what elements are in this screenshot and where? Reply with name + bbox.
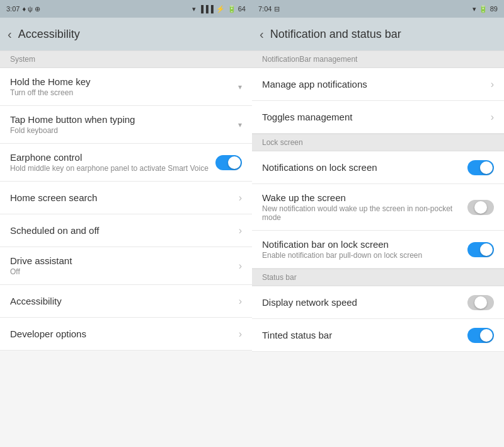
left-page-title: Accessibility [18, 28, 80, 41]
network-speed-knob [474, 296, 487, 309]
developer-chevron: › [239, 328, 242, 340]
right-wifi-icon: ▾ [472, 5, 476, 13]
tinted-status-text: Tinted status bar [262, 330, 467, 340]
drive-chevron: › [239, 260, 242, 272]
drive-text: Drive assistant Off [10, 255, 239, 276]
right-scroll: NotificationBar management Manage app no… [252, 50, 504, 447]
toggles-text: Toggles management [262, 112, 491, 122]
left-time: 3:07 [6, 5, 20, 13]
list-item-network-speed[interactable]: Display network speed [252, 286, 504, 319]
earphone-toggle[interactable] [215, 155, 242, 170]
left-back-button[interactable]: ‹ [8, 27, 12, 42]
accessibility-text: Accessibility [10, 296, 239, 306]
left-signal-icon: ▐▐▐ [198, 5, 213, 13]
notif-bar-lock-text: Notification bar on lock screen Enable n… [262, 239, 467, 260]
left-scroll: System Hold the Home key Turn off the sc… [0, 50, 252, 447]
manage-notifs-text: Manage app notifications [262, 79, 491, 90]
wake-up-toggle[interactable] [467, 200, 494, 215]
left-panel: 3:07 ♦ ψ ⊕ ▾ ▐▐▐ ⚡ 🔋 64 ‹ Accessibility … [0, 0, 252, 447]
home-search-chevron: › [239, 192, 242, 204]
right-top-bar: ‹ Notification and status bar [252, 18, 504, 50]
left-status-right: ▾ ▐▐▐ ⚡ 🔋 64 [192, 5, 246, 13]
scheduled-text: Scheduled on and off [10, 225, 239, 236]
tinted-status-toggle[interactable] [467, 328, 494, 343]
notifs-lock-text: Notifications on lock screen [262, 162, 467, 173]
earphone-text: Earphone control Hold middle key on earp… [10, 152, 215, 173]
right-status-left: 7:04 ⊟ [258, 5, 280, 13]
right-panel: 7:04 ⊟ ▾ 🔋 89 ‹ Notification and status … [252, 0, 504, 447]
toggles-chevron: › [491, 112, 494, 123]
right-status-icon: ⊟ [274, 5, 280, 13]
left-status-bar: 3:07 ♦ ψ ⊕ ▾ ▐▐▐ ⚡ 🔋 64 [0, 0, 252, 18]
list-item-notifs-lock[interactable]: Notifications on lock screen [252, 151, 504, 184]
notifs-lock-knob [480, 161, 493, 174]
list-item-hold-home-key[interactable]: Hold the Home key Turn off the screen ▾ [0, 68, 252, 106]
wake-up-text: Wake up the screen New notification woul… [262, 192, 467, 222]
list-item-tap-home[interactable]: Tap Home button when typing Fold keyboar… [0, 106, 252, 144]
left-system-header: System [0, 50, 252, 68]
list-item-drive[interactable]: Drive assistant Off › [0, 247, 252, 285]
left-wifi-icon: ▾ [192, 5, 196, 13]
list-item-developer[interactable]: Developer options › [0, 318, 252, 351]
right-status-right: ▾ 🔋 89 [472, 5, 498, 13]
list-item-tinted-status[interactable]: Tinted status bar [252, 319, 504, 352]
list-item-scheduled[interactable]: Scheduled on and off › [0, 214, 252, 247]
notifs-lock-toggle[interactable] [467, 160, 494, 175]
list-item-notif-bar-lock[interactable]: Notification bar on lock screen Enable n… [252, 231, 504, 269]
manage-notifs-chevron: › [491, 79, 494, 90]
right-status-section-header: Status bar [252, 269, 504, 286]
tap-home-arrow: ▾ [238, 120, 242, 129]
list-item-toggles[interactable]: Toggles management › [252, 101, 504, 134]
developer-text: Developer options [10, 328, 239, 339]
notif-bar-lock-knob [480, 243, 493, 256]
hold-home-key-arrow: ▾ [238, 83, 242, 91]
tap-home-text: Tap Home button when typing Fold keyboar… [10, 114, 238, 135]
right-battery: 89 [490, 5, 498, 13]
left-top-bar: ‹ Accessibility [0, 18, 252, 50]
right-notif-header: NotificationBar management [252, 50, 504, 68]
left-charge-icon: ⚡ [216, 5, 225, 13]
home-search-text: Home screen search [10, 192, 239, 203]
list-item-manage-notifs[interactable]: Manage app notifications › [252, 68, 504, 101]
list-item-home-search[interactable]: Home screen search › [0, 182, 252, 214]
right-time: 7:04 [258, 5, 272, 13]
right-status-bar: 7:04 ⊟ ▾ 🔋 89 [252, 0, 504, 18]
right-lock-header: Lock screen [252, 134, 504, 151]
right-battery-icon: 🔋 [479, 5, 488, 13]
accessibility-chevron: › [239, 296, 242, 307]
hold-home-key-text: Hold the Home key Turn off the screen [10, 76, 238, 97]
list-item-wake-up[interactable]: Wake up the screen New notification woul… [252, 184, 504, 231]
left-status-icons: ♦ ψ ⊕ [22, 5, 40, 13]
list-item-earphone[interactable]: Earphone control Hold middle key on earp… [0, 144, 252, 182]
notif-bar-lock-toggle[interactable] [467, 242, 494, 257]
network-speed-toggle[interactable] [467, 295, 494, 310]
right-page-title: Notification and status bar [270, 28, 401, 41]
list-item-accessibility[interactable]: Accessibility › [0, 285, 252, 318]
tinted-status-knob [480, 329, 493, 342]
network-speed-text: Display network speed [262, 297, 467, 308]
wake-up-knob [474, 201, 487, 214]
left-status-left: 3:07 ♦ ψ ⊕ [6, 5, 40, 13]
right-back-button[interactable]: ‹ [260, 27, 264, 42]
left-battery: 🔋 64 [227, 5, 246, 13]
earphone-toggle-knob [228, 156, 241, 169]
scheduled-chevron: › [239, 225, 242, 236]
